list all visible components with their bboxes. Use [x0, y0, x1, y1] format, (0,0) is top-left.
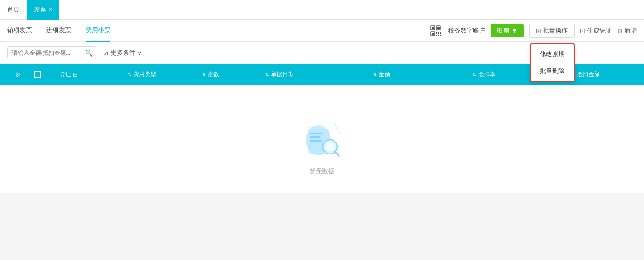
empty-state-icon [300, 120, 344, 160]
sort-icon-amount: ⇅ [373, 72, 377, 77]
svg-rect-19 [310, 140, 322, 142]
qujiao-button[interactable]: 取票 ▼ [491, 24, 524, 37]
batch-icon: ⊞ [536, 27, 541, 34]
empty-state: 暂无数据 [0, 85, 644, 193]
qr-icon-button[interactable] [428, 24, 443, 38]
tax-account-button[interactable]: 税务数字账户 [448, 27, 485, 35]
svg-rect-18 [310, 136, 320, 138]
svg-rect-17 [310, 133, 323, 134]
add-icon: ⊕ [617, 27, 623, 34]
generate-voucher-button[interactable]: ⊡ 生成凭证 [580, 27, 612, 35]
svg-rect-10 [438, 33, 439, 34]
svg-rect-7 [438, 32, 439, 32]
svg-rect-8 [440, 32, 441, 32]
toolbar-right: 税务数字账户 取票 ▼ ⊞ 批量操作 修改账期 批量删除 ⊡ 生成凭证 ⊕ [428, 24, 637, 38]
search-input-wrap: 🔍 [7, 46, 96, 59]
svg-rect-13 [438, 35, 439, 36]
svg-rect-6 [436, 32, 437, 32]
svg-point-23 [337, 127, 338, 129]
top-nav: 首页 发票 × [0, 0, 644, 20]
th-count[interactable]: ⇅ 张数 [193, 70, 228, 78]
more-conditions-button[interactable]: ⊿ 更多条件 ∨ [103, 49, 142, 57]
sub-nav-feiyong[interactable]: 费用小票 [86, 20, 110, 42]
modify-period-item[interactable]: 修改账期 [531, 46, 574, 63]
empty-state-label: 暂无数据 [310, 167, 334, 175]
search-icon: 🔍 [85, 49, 93, 57]
invoice-tab[interactable]: 发票 × [27, 0, 59, 20]
sort-icon-rate: ⇅ [473, 72, 476, 77]
qujiao-arrow-icon: ▼ [511, 27, 518, 34]
sub-nav-xiaoxiang[interactable]: 销项发票 [7, 20, 32, 42]
th-amount[interactable]: ⇅ 金额 [330, 70, 432, 78]
svg-rect-1 [432, 27, 434, 29]
svg-rect-9 [436, 33, 437, 34]
sort-icon-date: ⇅ [265, 72, 269, 77]
svg-point-21 [326, 142, 334, 151]
svg-point-25 [335, 124, 336, 125]
sub-nav: 销项发票 进项发票 费用小票 [0, 20, 644, 42]
svg-rect-14 [440, 35, 441, 36]
sort-icon-left: ⇅ [128, 72, 131, 77]
add-button[interactable]: ⊕ 新增 [617, 27, 637, 35]
svg-rect-3 [437, 27, 440, 29]
voucher-filter-icon[interactable]: ⊟ [73, 71, 78, 78]
svg-rect-12 [436, 35, 437, 36]
close-icon[interactable]: × [49, 7, 52, 13]
sort-icon-count: ⇅ [202, 72, 206, 77]
batch-operations-button[interactable]: ⊞ 批量操作 [529, 24, 575, 38]
svg-rect-11 [440, 33, 441, 34]
th-rate[interactable]: ⇅ 抵扣率 [433, 70, 535, 78]
svg-point-24 [339, 132, 341, 134]
svg-line-22 [335, 152, 339, 156]
th-voucher: 凭证 ⊟ [46, 70, 91, 78]
batch-delete-item[interactable]: 批量删除 [531, 63, 574, 80]
filter-icon: ⊿ [103, 49, 109, 57]
svg-rect-5 [432, 32, 434, 35]
home-nav-item[interactable]: 首页 [7, 6, 27, 14]
th-date[interactable]: ⇅ 单据日期 [228, 70, 330, 78]
sub-nav-jinxiang[interactable]: 进项发票 [46, 20, 71, 42]
batch-operations-wrap: ⊞ 批量操作 修改账期 批量删除 [529, 24, 575, 38]
th-gear[interactable]: ⚙ [7, 71, 29, 78]
generate-voucher-icon: ⊡ [580, 27, 585, 34]
batch-dropdown-menu: 修改账期 批量删除 [530, 43, 575, 82]
gear-icon: ⚙ [15, 71, 20, 78]
more-conditions-chevron-icon: ∨ [137, 49, 142, 57]
invoice-tab-label: 发票 [34, 6, 46, 14]
search-input[interactable] [7, 46, 96, 59]
select-all-checkbox[interactable] [34, 71, 41, 78]
th-check[interactable] [29, 71, 46, 78]
th-expense-type[interactable]: ⇅ 费用类型 [91, 70, 193, 78]
